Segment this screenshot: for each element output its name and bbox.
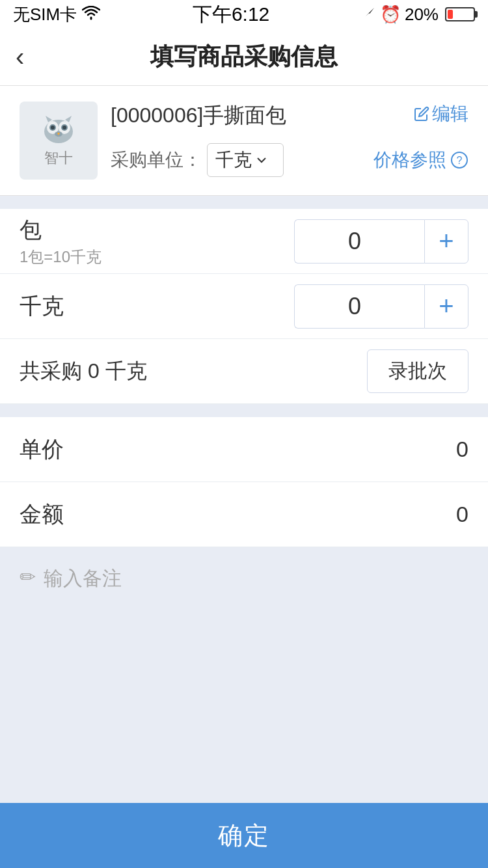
- price-section: 单价 0 金额 0: [0, 417, 488, 547]
- batch-record-button[interactable]: 录批次: [367, 349, 468, 393]
- unit-price-value: 0: [456, 437, 468, 462]
- svg-point-8: [62, 126, 66, 129]
- summary-row: 共采购 0 千克 录批次: [0, 339, 488, 404]
- battery-icon: [445, 7, 475, 21]
- status-right: ⏰ 20%: [362, 5, 475, 25]
- svg-point-7: [51, 126, 55, 129]
- product-image: 智十: [20, 102, 98, 180]
- product-card: 智十 [0000006]手撕面包 编辑 采购单位： 千克: [0, 86, 488, 196]
- carrier-label: 无SIM卡: [13, 3, 77, 26]
- kg-label: 千克: [20, 292, 64, 321]
- info-icon: ?: [450, 151, 468, 169]
- alarm-icon: ⏰: [380, 5, 401, 25]
- nav-bar: ‹ 填写商品采购信息: [0, 29, 488, 86]
- svg-text:?: ?: [457, 155, 463, 166]
- page-title: 填写商品采购信息: [150, 41, 338, 73]
- price-reference-button[interactable]: 价格参照 ?: [373, 148, 468, 172]
- bao-sub-label: 1包=10千克: [20, 247, 102, 267]
- status-time: 下午6:12: [193, 1, 269, 28]
- kg-input-row: 千克 +: [0, 274, 488, 339]
- section-divider-1: [0, 196, 488, 209]
- amount-value: 0: [456, 502, 468, 527]
- pencil-icon: ✏: [20, 565, 36, 588]
- bao-quantity-input[interactable]: [294, 219, 424, 264]
- unit-price-label: 单价: [20, 435, 64, 465]
- unit-select[interactable]: 千克: [207, 143, 284, 177]
- brand-label: 智十: [44, 148, 73, 168]
- remark-section[interactable]: ✏ 输入备注: [0, 547, 488, 625]
- kg-plus-button[interactable]: +: [424, 284, 468, 329]
- product-info: [0000006]手撕面包 编辑 采购单位： 千克: [111, 102, 468, 177]
- bao-input-row: 包 1包=10千克 +: [0, 209, 488, 274]
- amount-row: 金额 0: [0, 482, 488, 547]
- input-section: 包 1包=10千克 + 千克 + 共采购 0 千克 录批次: [0, 209, 488, 404]
- back-button[interactable]: ‹: [16, 42, 24, 72]
- unit-price-row: 单价 0: [0, 417, 488, 482]
- battery-percent: 20%: [405, 5, 439, 25]
- svg-line-1: [364, 14, 370, 18]
- status-bar: 无SIM卡 下午6:12 ⏰ 20%: [0, 0, 488, 29]
- amount-label: 金额: [20, 500, 64, 530]
- owl-logo: [39, 113, 78, 146]
- confirm-button[interactable]: 确定: [0, 803, 488, 868]
- status-left: 无SIM卡: [13, 3, 100, 26]
- page-content: 智十 [0000006]手撕面包 编辑 采购单位： 千克: [0, 86, 488, 868]
- kg-quantity-input[interactable]: [294, 284, 424, 329]
- summary-text: 共采购 0 千克: [20, 357, 147, 386]
- chevron-down-icon: [256, 154, 267, 166]
- unit-label: 采购单位：: [111, 148, 202, 172]
- unit-value: 千克: [215, 148, 252, 172]
- bao-label: 包: [20, 215, 102, 245]
- edit-button[interactable]: 编辑: [414, 102, 468, 126]
- remark-placeholder: 输入备注: [44, 565, 122, 592]
- bao-plus-button[interactable]: +: [424, 219, 468, 264]
- product-name: [0000006]手撕面包: [111, 102, 414, 130]
- wifi-icon: [82, 5, 100, 25]
- location-icon: [362, 5, 376, 25]
- section-divider-2: [0, 404, 488, 417]
